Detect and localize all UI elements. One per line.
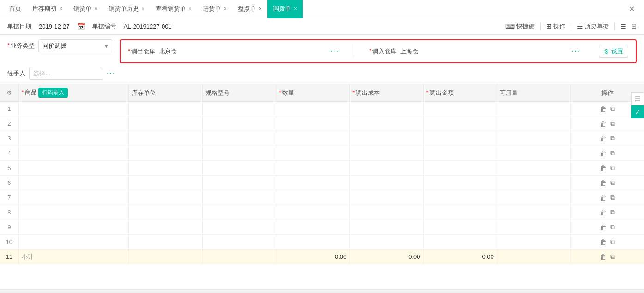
row-copy-icon[interactable]: ⧉ [610,149,615,157]
side-list-btn[interactable]: ☰ [631,92,644,105]
row-cost[interactable] [350,176,423,190]
row-cost[interactable] [350,235,423,250]
row-copy-icon[interactable]: ⧉ [610,134,615,142]
row-amount[interactable] [423,235,497,250]
row-delete-icon[interactable]: 🗑 [600,238,607,246]
row-product[interactable] [18,131,129,146]
shortcut-btn[interactable]: ⌨ 快捷键 [505,22,535,31]
row-cost[interactable] [350,190,423,205]
row-product[interactable] [18,205,129,220]
row-qty[interactable] [276,146,350,161]
person-more-btn[interactable]: ··· [107,69,115,78]
row-amount[interactable] [423,190,497,205]
tab-close-view-sales[interactable]: × [188,6,192,12]
row-cost[interactable] [350,146,423,161]
row-qty[interactable] [276,131,350,146]
row-spec[interactable] [202,116,276,131]
row-qty[interactable] [276,205,350,220]
row-product[interactable] [18,116,129,131]
row-amount[interactable] [423,205,497,220]
row-delete-icon[interactable]: 🗑 [600,253,607,261]
row-copy-icon[interactable]: ⧉ [610,105,615,113]
row-qty[interactable] [276,161,350,176]
person-select[interactable]: 选择... [29,67,103,80]
tab-home[interactable]: 首页 [4,0,27,18]
row-cost[interactable] [350,161,423,176]
row-product[interactable] [18,235,129,250]
row-cost[interactable] [350,220,423,235]
row-amount[interactable] [423,116,497,131]
tab-inventory-init[interactable]: 库存期初 × [27,0,68,18]
layout-btn-1[interactable]: ☰ [620,23,626,30]
row-amount[interactable] [423,146,497,161]
row-copy-icon[interactable]: ⧉ [610,208,615,216]
tab-sales-history[interactable]: 销货单历史 × [103,0,150,18]
tab-close-inventory-init[interactable]: × [59,6,62,12]
row-unit[interactable] [129,102,202,116]
row-amount[interactable] [423,176,497,190]
row-product[interactable] [18,161,129,176]
row-unit[interactable] [129,116,202,131]
row-amount[interactable] [423,131,497,146]
row-product[interactable] [18,146,129,161]
tab-purchase[interactable]: 进货单 × [197,0,232,18]
tab-view-sales[interactable]: 查看销货单 × [150,0,197,18]
biz-type-select[interactable]: 同价调拨 ▾ [38,39,112,52]
tab-close-purchase[interactable]: × [224,6,227,12]
row-unit[interactable] [129,235,202,250]
row-delete-icon[interactable]: 🗑 [600,194,607,201]
row-spec[interactable] [202,146,276,161]
row-qty[interactable] [276,220,350,235]
ops-btn[interactable]: ⊞ 操作 [546,22,565,31]
row-delete-icon[interactable]: 🗑 [600,135,607,142]
row-copy-icon[interactable]: ⧉ [610,223,615,231]
row-product[interactable] [18,176,129,190]
row-amount[interactable] [423,220,497,235]
row-qty[interactable] [276,102,350,116]
layout-btn-2[interactable]: ⊞ [632,23,637,30]
row-copy-icon[interactable]: ⧉ [610,179,615,187]
row-amount[interactable] [423,102,497,116]
window-close-button[interactable]: ✕ [623,5,640,13]
row-delete-icon[interactable]: 🗑 [600,150,607,157]
in-warehouse-more-btn[interactable]: ··· [571,47,580,55]
row-qty[interactable] [276,176,350,190]
row-delete-icon[interactable]: 🗑 [600,120,607,128]
row-amount[interactable] [423,161,497,176]
tab-transfer[interactable]: 调拨单 × [267,0,303,18]
tab-close-stocktake[interactable]: × [259,6,262,12]
row-product[interactable] [18,102,129,116]
row-spec[interactable] [202,176,276,190]
row-copy-icon[interactable]: ⧉ [610,164,615,172]
row-qty[interactable] [276,190,350,205]
tab-close-sales-order[interactable]: × [94,6,97,12]
th-gear[interactable]: ⚙ [0,84,18,102]
row-spec[interactable] [202,131,276,146]
row-unit[interactable] [129,190,202,205]
row-delete-icon[interactable]: 🗑 [600,105,607,113]
row-cost[interactable] [350,116,423,131]
tab-close-transfer[interactable]: × [294,6,297,12]
row-spec[interactable] [202,190,276,205]
tab-close-sales-history[interactable]: × [141,6,145,12]
horizontal-scrollbar[interactable] [0,289,644,293]
row-spec[interactable] [202,235,276,250]
side-expand-btn[interactable]: ⤢ [631,105,644,118]
calendar-icon[interactable]: 📅 [77,23,85,30]
row-delete-icon[interactable]: 🗑 [600,209,607,216]
row-copy-icon[interactable]: ⧉ [610,194,615,201]
row-product[interactable] [18,190,129,205]
row-copy-icon[interactable]: ⧉ [610,238,615,246]
row-qty[interactable] [276,235,350,250]
row-cost[interactable] [350,205,423,220]
row-unit[interactable] [129,161,202,176]
row-product[interactable] [18,220,129,235]
row-delete-icon[interactable]: 🗑 [600,165,607,172]
row-spec[interactable] [202,205,276,220]
row-cost[interactable] [350,131,423,146]
row-unit[interactable] [129,131,202,146]
row-unit[interactable] [129,220,202,235]
row-qty[interactable] [276,116,350,131]
row-cost[interactable] [350,102,423,116]
row-unit[interactable] [129,176,202,190]
